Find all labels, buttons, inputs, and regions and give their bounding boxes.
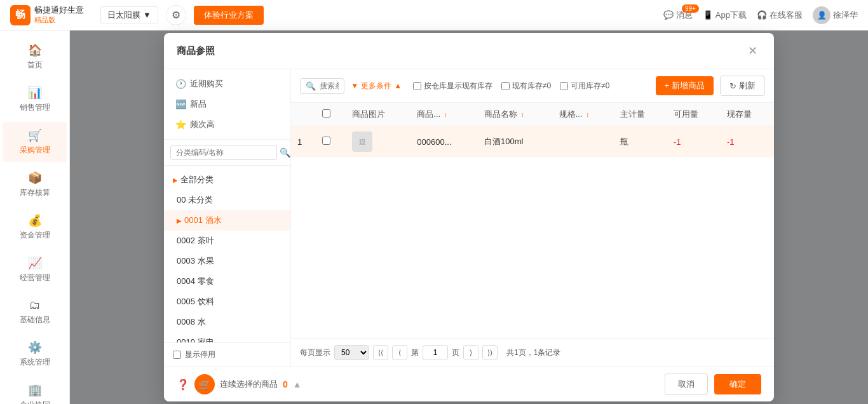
filter-more-button[interactable]: ▼ 更多条件 ▲ [351,81,402,91]
sidebar-label-purchase: 采购管理 [20,145,50,156]
cat-item-0004[interactable]: 0004 零食 [164,271,290,292]
cell-stock: -1 [721,126,774,158]
select-all-checkbox[interactable] [322,109,330,118]
category-search-input[interactable] [170,145,277,160]
quick-tab-frequent[interactable]: ⭐ 频次高 [170,115,284,134]
operations-icon: 📈 [28,256,42,270]
sidebar-item-finance[interactable]: 💰 资金管理 [3,207,67,247]
sidebar-label-enterprise: 企业协同 [20,400,50,404]
modal-header: 商品参照 ✕ [164,33,774,69]
checkbox-by-warehouse[interactable]: 按仓库显示现有库存 [413,81,492,91]
cart-text: 连续选择的商品 [220,379,278,390]
quick-tab-recent[interactable]: 🕐 近期购买 [170,74,284,93]
last-page-button[interactable]: ⟩⟩ [482,345,498,360]
cat-item-0010[interactable]: 0010 家电 [164,332,290,342]
available-stock-checkbox[interactable] [560,82,568,90]
left-panel: 🕐 近期购买 🆕 新品 ⭐ 频次高 [164,69,291,367]
cat-item-all[interactable]: ▶ 全部分类 [164,170,290,190]
collapse-cart-button[interactable]: ▲ [293,379,302,389]
cat-label-0003: 0003 水果 [177,255,214,267]
cell-checkbox[interactable] [316,126,346,158]
confirm-button[interactable]: 确定 [714,374,761,394]
sidebar-item-operations[interactable]: 📈 经营管理 [3,250,67,290]
cell-index: 1 [291,126,316,158]
service-item[interactable]: 🎧 在线客服 [757,10,803,21]
by-warehouse-checkbox[interactable] [413,82,421,90]
user-item[interactable]: 👤 徐泽华 [813,6,858,24]
cat-item-0005[interactable]: 0005 饮料 [164,292,290,312]
trial-btn[interactable]: 体验行业方案 [194,6,264,25]
cell-code: 000600... [410,126,478,158]
sidebar-item-home[interactable]: 🏠 首页 [3,37,67,77]
cart-button[interactable]: 🛒 [194,374,215,394]
page-size-label: 每页显示 [300,347,330,358]
cancel-button[interactable]: 取消 [665,374,708,395]
messages-badge: 99+ [682,4,699,13]
sidebar-item-inventory[interactable]: 📦 库存核算 [3,165,67,205]
cat-label-0001: 0001 酒水 [184,215,222,226]
prev-page-button[interactable]: ⟨ [392,345,407,360]
col-stock: 现存量 [721,103,774,126]
pagination-row: 每页显示 50 100 ⟨⟨ ⟨ 第 页 ⟩ ⟩⟩ [291,338,774,367]
cell-unit: 瓶 [614,126,667,158]
toolbar-row: 🔍 ▼ 更多条件 ▲ 按仓库显示现有库存 [291,69,774,103]
quick-tab-new[interactable]: 🆕 新品 [170,95,284,114]
cat-item-uncategorized[interactable]: 00 未分类 [164,190,290,210]
cat-label-0002: 0002 茶叶 [177,235,214,246]
category-tree: ▶ 全部分类 00 未分类 ▶ 0001 酒水 0002 茶 [164,166,290,342]
col-spec[interactable]: 规格... ↕ [553,103,614,126]
sidebar-item-system[interactable]: ⚙️ 系统管理 [3,334,67,374]
page-size-select[interactable]: 50 100 [334,345,369,360]
nav-selector[interactable]: 日太阳膜 ▼ [100,6,158,24]
sidebar-item-enterprise[interactable]: 🏢 企业协同 [3,377,67,404]
sidebar-label-basics: 基础信息 [20,314,50,325]
sidebar-item-basics[interactable]: 🗂 基础信息 [3,292,67,332]
refresh-button[interactable]: ↻ 刷新 [720,76,765,96]
product-image: 🖼 [352,131,372,152]
category-search-row: 🔍 [164,140,290,166]
row-checkbox[interactable] [322,137,330,145]
filter-icon: ▼ [351,81,358,90]
modal-close-button[interactable]: ✕ [743,42,761,60]
next-page-button[interactable]: ⟩ [463,345,478,360]
logo-sub: 精品版 [34,15,84,25]
category-search-button[interactable]: 🔍 [280,147,290,158]
sidebar-label-home: 首页 [27,60,43,71]
page-number-input[interactable] [423,345,448,360]
logo-icon: 畅 [10,5,31,25]
col-code[interactable]: 商品... ↕ [410,103,478,126]
col-available: 可用量 [667,103,721,126]
cart-area: ❓ 🛒 连续选择的商品 0 ▲ [177,374,658,394]
cat-item-0001[interactable]: ▶ 0001 酒水 [164,210,290,231]
system-icon: ⚙️ [28,340,42,354]
cat-label-all: 全部分类 [180,174,214,185]
product-search-bar[interactable]: 🔍 [300,78,344,94]
enterprise-icon: 🏢 [28,383,42,397]
first-page-button[interactable]: ⟨⟨ [373,345,388,360]
help-icon[interactable]: ❓ [177,379,189,391]
gear-button[interactable]: ⚙ [166,5,186,25]
modal-title: 商品参照 [177,45,215,57]
sidebar-item-purchase[interactable]: 🛒 采购管理 [3,122,67,162]
add-product-button[interactable]: + 新增商品 [656,76,714,95]
sidebar-item-sales[interactable]: 📊 销售管理 [3,79,67,119]
purchase-icon: 🛒 [28,128,42,142]
cell-spec [553,126,614,158]
current-stock-checkbox[interactable] [501,82,510,90]
table-row[interactable]: 1 🖼 000600... 白酒100ml [291,126,774,158]
layout: 🏠 首页 📊 销售管理 🛒 采购管理 📦 库存核算 💰 资金管理 📈 经营管理 … [0,30,868,404]
sidebar: 🏠 首页 📊 销售管理 🛒 采购管理 📦 库存核算 💰 资金管理 📈 经营管理 … [0,30,70,404]
cat-item-0003[interactable]: 0003 水果 [164,251,290,271]
checkbox-available-stock[interactable]: 可用库存≠0 [560,81,609,91]
cat-item-0002[interactable]: 0002 茶叶 [164,231,290,251]
cat-item-0008[interactable]: 0008 水 [164,312,290,332]
show-disabled-checkbox[interactable] [173,351,181,359]
page-label2: 页 [452,347,459,358]
col-name[interactable]: 商品名称 ↕ [478,103,553,126]
app-download-item[interactable]: 📱 App下载 [703,10,747,21]
refresh-icon: ↻ [729,81,736,91]
checkbox-current-stock[interactable]: 现有库存≠0 [501,81,551,91]
product-search-input[interactable] [320,81,339,90]
messages-item[interactable]: 💬 消息 99+ [663,10,693,21]
quick-tab-new-label: 新品 [190,98,207,110]
